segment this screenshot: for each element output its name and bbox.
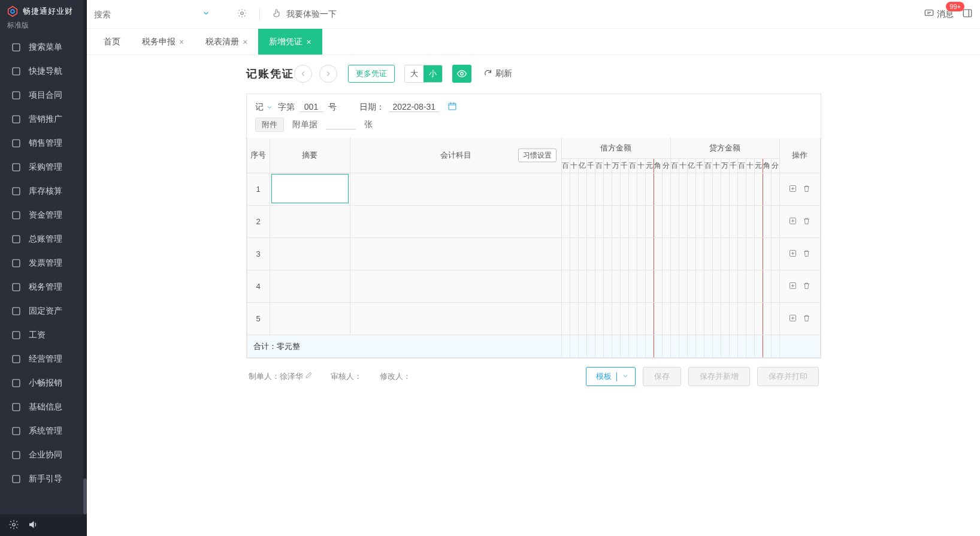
amount-digit-cell[interactable] (721, 206, 729, 238)
amount-digit-cell[interactable] (637, 270, 645, 303)
sidebar-item-5[interactable]: 采购管理 (0, 155, 87, 179)
amount-digit-cell[interactable] (737, 335, 746, 358)
amount-digit-cell[interactable] (704, 303, 712, 335)
sidebar-item-13[interactable]: 经营管理 (0, 347, 87, 371)
amount-digit-cell[interactable] (662, 173, 670, 206)
delete-row-icon[interactable] (802, 281, 811, 292)
amount-digit-cell[interactable] (737, 303, 746, 335)
amount-digit-cell[interactable] (695, 335, 704, 358)
amount-digit-cell[interactable] (763, 270, 771, 303)
amount-digit-cell[interactable] (637, 173, 645, 206)
amount-digit-cell[interactable] (687, 270, 695, 303)
amount-digit-cell[interactable] (679, 206, 687, 238)
amount-digit-cell[interactable] (721, 270, 729, 303)
amount-digit-cell[interactable] (662, 270, 670, 303)
amount-digit-cell[interactable] (612, 206, 620, 238)
amount-digit-cell[interactable] (729, 303, 737, 335)
amount-digit-cell[interactable] (654, 303, 662, 335)
amount-digit-cell[interactable] (704, 270, 712, 303)
delete-row-icon[interactable] (802, 249, 811, 260)
save-and-print-button[interactable]: 保存并打印 (757, 367, 819, 386)
amount-digit-cell[interactable] (704, 206, 712, 238)
amount-digit-cell[interactable] (586, 206, 595, 238)
amount-digit-cell[interactable] (712, 335, 721, 358)
save-and-new-button[interactable]: 保存并新增 (688, 367, 750, 386)
summary-cell[interactable] (270, 270, 350, 303)
amount-digit-cell[interactable] (712, 206, 721, 238)
amount-digit-cell[interactable] (746, 173, 754, 206)
amount-digit-cell[interactable] (645, 303, 654, 335)
settings-gear-icon[interactable] (237, 8, 247, 20)
tab-2[interactable]: 税表清册× (195, 29, 258, 55)
amount-digit-cell[interactable] (570, 206, 578, 238)
settings-icon[interactable] (8, 519, 19, 532)
tab-0[interactable]: 首页 (93, 29, 131, 55)
amount-digit-cell[interactable] (654, 206, 662, 238)
more-vouchers-button[interactable]: 更多凭证 (348, 65, 395, 83)
add-row-icon[interactable] (788, 184, 797, 195)
amount-digit-cell[interactable] (746, 206, 754, 238)
sidebar-item-11[interactable]: 固定资产 (0, 299, 87, 323)
amount-digit-cell[interactable] (603, 238, 612, 270)
amount-digit-cell[interactable] (771, 173, 779, 206)
sidebar-item-10[interactable]: 税务管理 (0, 275, 87, 299)
amount-digit-cell[interactable] (754, 238, 763, 270)
amount-digit-cell[interactable] (695, 270, 704, 303)
voucher-number-input[interactable]: 001 (300, 102, 323, 112)
amount-digit-cell[interactable] (763, 335, 771, 358)
amount-digit-cell[interactable] (645, 206, 654, 238)
amount-digit-cell[interactable] (729, 206, 737, 238)
amount-digit-cell[interactable] (763, 238, 771, 270)
amount-digit-cell[interactable] (712, 270, 721, 303)
amount-digit-cell[interactable] (670, 238, 679, 270)
summary-cell[interactable] (270, 238, 350, 270)
amount-digit-cell[interactable] (746, 335, 754, 358)
summary-input[interactable] (271, 174, 349, 203)
amount-digit-cell[interactable] (729, 173, 737, 206)
edit-preparer-icon[interactable] (305, 372, 313, 381)
add-row-icon[interactable] (788, 249, 797, 260)
sidebar-item-7[interactable]: 资金管理 (0, 203, 87, 227)
prev-voucher-button[interactable] (294, 65, 312, 83)
amount-digit-cell[interactable] (687, 206, 695, 238)
close-icon[interactable]: × (179, 37, 184, 47)
amount-digit-cell[interactable] (729, 238, 737, 270)
amount-digit-cell[interactable] (737, 270, 746, 303)
date-input[interactable]: 2022-08-31 (389, 102, 440, 112)
sidebar-item-4[interactable]: 销售管理 (0, 131, 87, 155)
amount-digit-cell[interactable] (670, 173, 679, 206)
amount-digit-cell[interactable] (561, 270, 570, 303)
delete-row-icon[interactable] (802, 184, 811, 195)
amount-digit-cell[interactable] (628, 238, 637, 270)
summary-cell[interactable] (270, 173, 350, 206)
amount-digit-cell[interactable] (721, 173, 729, 206)
amount-digit-cell[interactable] (570, 173, 578, 206)
sidebar-item-8[interactable]: 总账管理 (0, 227, 87, 251)
amount-digit-cell[interactable] (763, 173, 771, 206)
amount-digit-cell[interactable] (620, 206, 628, 238)
amount-digit-cell[interactable] (729, 270, 737, 303)
amount-digit-cell[interactable] (595, 173, 603, 206)
search-dropdown-icon[interactable] (202, 9, 210, 19)
sidebar-item-9[interactable]: 发票管理 (0, 251, 87, 275)
amount-digit-cell[interactable] (612, 173, 620, 206)
sidebar-item-15[interactable]: 基础信息 (0, 395, 87, 419)
amount-digit-cell[interactable] (612, 303, 620, 335)
sidebar-item-3[interactable]: 营销推广 (0, 107, 87, 131)
amount-digit-cell[interactable] (620, 173, 628, 206)
summary-cell[interactable] (270, 303, 350, 335)
sidebar-item-0[interactable]: 搜索菜单 (0, 35, 87, 59)
tab-1[interactable]: 税务申报× (131, 29, 195, 55)
amount-digit-cell[interactable] (637, 238, 645, 270)
amount-digit-cell[interactable] (662, 303, 670, 335)
sound-icon[interactable] (28, 519, 38, 532)
amount-digit-cell[interactable] (687, 303, 695, 335)
amount-digit-cell[interactable] (679, 173, 687, 206)
amount-digit-cell[interactable] (729, 335, 737, 358)
amount-digit-cell[interactable] (628, 335, 637, 358)
amount-digit-cell[interactable] (603, 173, 612, 206)
amount-digit-cell[interactable] (763, 206, 771, 238)
amount-digit-cell[interactable] (670, 335, 679, 358)
amount-digit-cell[interactable] (570, 238, 578, 270)
amount-digit-cell[interactable] (561, 238, 570, 270)
